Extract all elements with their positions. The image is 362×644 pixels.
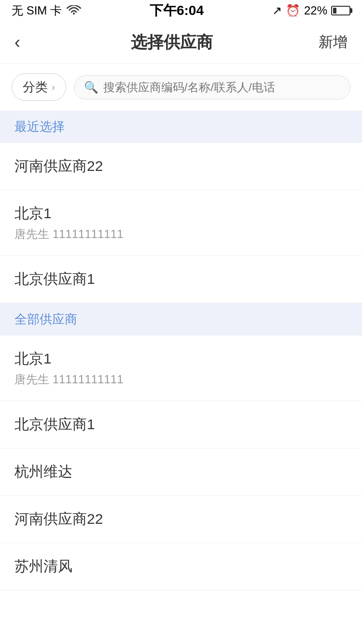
page-title: 选择供应商 <box>131 31 213 54</box>
item-name: 北京1 <box>14 349 348 369</box>
recent-list: 河南供应商22北京1唐先生 11111111111北京供应商1 <box>0 143 362 303</box>
category-button[interactable]: 分类 › <box>12 73 66 101</box>
chevron-right-icon: › <box>52 82 55 93</box>
item-contact: 唐先生 11111111111 <box>14 372 348 387</box>
add-button[interactable]: 新增 <box>319 32 348 52</box>
recent-list-item[interactable]: 河南供应商22 <box>0 143 362 190</box>
all-section-header: 全部供应商 <box>0 303 362 336</box>
back-button[interactable]: ‹ <box>10 28 25 57</box>
status-bar-time: 下午6:04 <box>150 1 204 20</box>
recent-section-header: 最近选择 <box>0 111 362 143</box>
all-list-item[interactable]: 苏州清风 <box>0 543 362 590</box>
recent-section-label: 最近选择 <box>14 119 65 134</box>
all-list-item[interactable]: 北京供应商1 <box>0 401 362 448</box>
all-section-label: 全部供应商 <box>14 312 77 326</box>
status-bar-right: ↗ ⏰ 22% <box>272 4 350 17</box>
category-label: 分类 <box>23 79 48 96</box>
battery-percent: 22% <box>304 4 327 17</box>
search-icon: 🔍 <box>84 81 98 94</box>
recent-list-item[interactable]: 北京供应商1 <box>0 256 362 303</box>
wifi-icon <box>67 5 81 16</box>
filter-bar: 分类 › 🔍 <box>0 64 362 111</box>
search-input[interactable] <box>103 81 340 94</box>
all-list: 北京1唐先生 11111111111北京供应商1杭州维达河南供应商22苏州清风 <box>0 336 362 590</box>
location-icon: ↗ <box>272 4 282 17</box>
item-contact: 唐先生 11111111111 <box>14 226 348 242</box>
recent-list-item[interactable]: 北京1唐先生 11111111111 <box>0 190 362 256</box>
nav-bar: ‹ 选择供应商 新增 <box>0 21 362 64</box>
all-list-item[interactable]: 北京1唐先生 11111111111 <box>0 336 362 401</box>
alarm-icon: ⏰ <box>286 4 300 17</box>
all-list-item[interactable]: 杭州维达 <box>0 448 362 496</box>
status-bar: 无 SIM 卡 下午6:04 ↗ ⏰ 22% <box>0 0 362 21</box>
item-name: 北京1 <box>14 204 348 224</box>
no-sim-label: 无 SIM 卡 <box>12 3 62 18</box>
item-name: 北京供应商1 <box>14 269 348 289</box>
status-bar-left: 无 SIM 卡 <box>12 3 81 18</box>
item-name: 河南供应商22 <box>14 509 348 529</box>
battery-icon <box>331 6 350 15</box>
search-box[interactable]: 🔍 <box>74 75 350 99</box>
all-list-item[interactable]: 河南供应商22 <box>0 496 362 543</box>
item-name: 苏州清风 <box>14 557 348 576</box>
item-name: 北京供应商1 <box>14 415 348 434</box>
item-name: 河南供应商22 <box>14 156 348 176</box>
item-name: 杭州维达 <box>14 462 348 482</box>
